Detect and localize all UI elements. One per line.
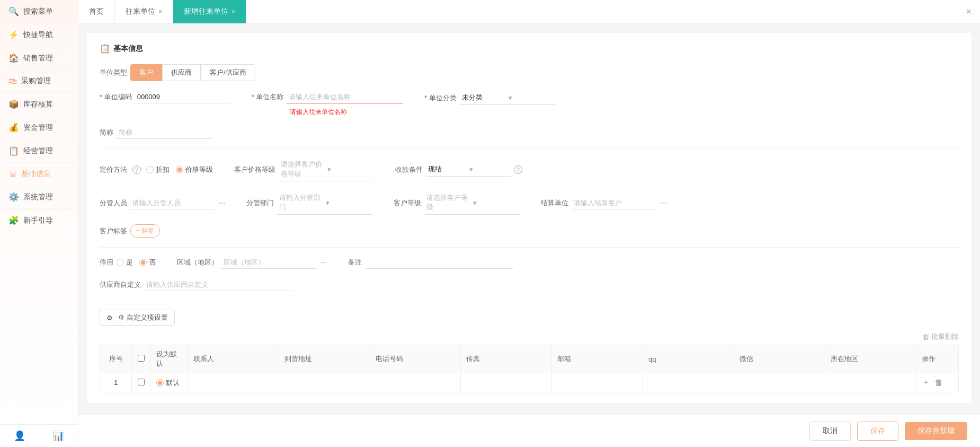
row-checkbox-cell[interactable] — [132, 373, 151, 392]
disabled-radio-yes[interactable]: 是 — [117, 258, 133, 267]
customer-price-level-label: 客户价格等级 — [234, 165, 275, 174]
section-title: 📋 基本信息 — [100, 43, 959, 54]
sidebar-item-operations[interactable]: 📋 经营管理 — [0, 139, 78, 163]
save-new-button[interactable]: 保存并新增 — [905, 422, 967, 440]
sidebar-footer-left[interactable]: 👤 — [0, 425, 39, 447]
pricing-radio-discount[interactable]: 折扣 — [146, 165, 170, 174]
row-email[interactable] — [552, 373, 643, 392]
settlement-more-icon[interactable]: ··· — [660, 198, 666, 208]
pricing-radio-pricelevel[interactable]: 价格等级 — [176, 165, 213, 174]
disabled-field: 停用 是 否 — [100, 258, 156, 267]
fax-input[interactable] — [466, 376, 546, 389]
tag-row: 客户标签 + 标签 — [100, 224, 959, 238]
col-qq: qq — [643, 345, 734, 373]
email-input[interactable] — [557, 376, 637, 389]
bottom-bar: 取消 保存 保存并新增 — [78, 415, 980, 447]
tag-label: 客户标签 — [100, 226, 127, 236]
sidebar-item-basic[interactable]: 🖥 基础信息 — [0, 163, 78, 186]
save-button[interactable]: 保存 — [857, 422, 898, 441]
remark-input[interactable] — [365, 256, 513, 269]
short-name-input[interactable] — [117, 126, 212, 139]
customer-level-field: 客户等级 请选择客户等级 ▾ — [394, 191, 520, 215]
qq-input[interactable] — [648, 376, 728, 389]
unit-name-input[interactable] — [287, 91, 403, 103]
tab-new-partner[interactable]: 新增往来单位 × — [173, 0, 246, 23]
short-name-field: 简称 — [100, 126, 212, 139]
sidebar-item-purchase[interactable]: 🛍 采购管理 — [0, 70, 78, 93]
unit-type-both[interactable]: 客户/供应商 — [201, 64, 255, 81]
custom-settings-button[interactable]: ⚙ ⚙ 自定义项设置 — [100, 310, 175, 326]
tab-partners-close[interactable]: × — [158, 8, 162, 15]
contact-input[interactable] — [193, 376, 273, 389]
disabled-radio-no[interactable]: 否 — [139, 258, 156, 267]
chevron-down-icon: ▾ — [509, 94, 553, 102]
row-checkbox[interactable] — [138, 379, 145, 385]
col-checkbox[interactable] — [132, 345, 151, 373]
sidebar-item-inventory[interactable]: 📦 库存核算 — [0, 93, 78, 116]
region-field: 区域（地区） ··· — [177, 256, 327, 269]
unit-type-supplier[interactable]: 供应商 — [162, 64, 201, 81]
row-region[interactable] — [825, 373, 916, 392]
guide-icon: 🧩 — [8, 215, 19, 225]
row-delete-button[interactable]: 🗑 — [934, 377, 943, 388]
tab-new-partner-close[interactable]: × — [231, 8, 235, 15]
settlement-unit-input[interactable] — [572, 197, 656, 209]
col-fax: 传真 — [461, 345, 552, 373]
sidebar-item-guide[interactable]: 🧩 新手引导 — [0, 209, 78, 232]
supplier-custom-input[interactable] — [144, 278, 292, 291]
department-select[interactable]: 请输入分管部门 ▾ — [277, 191, 372, 215]
row-wechat[interactable] — [734, 373, 825, 392]
row-phone[interactable] — [370, 373, 461, 392]
basic-info-card: 📋 基本信息 单位类型 客户 供应商 客户/供应商 单位编码 — [87, 33, 972, 403]
global-close-button[interactable]: × — [957, 6, 980, 17]
unit-category-select[interactable]: 未分类 ▾ — [460, 91, 555, 105]
manager-field: 分管人员 ··· — [100, 197, 225, 209]
manager-more-icon[interactable]: ··· — [218, 198, 225, 208]
sidebar-item-sales[interactable]: 🏠 销售管理 — [0, 47, 78, 70]
unit-type-customer[interactable]: 客户 — [130, 64, 162, 81]
department-label: 分管部门 — [246, 198, 274, 208]
supplier-custom-row: 供应商自定义 — [100, 278, 959, 291]
pricing-row: 定价方法 ? 折扣 价格等级 客户价格等级 — [100, 157, 959, 181]
sidebar-footer-right[interactable]: 📊 — [39, 425, 78, 447]
finance-icon: 💰 — [8, 122, 19, 133]
row-fax[interactable] — [461, 373, 552, 392]
region-label: 区域（地区） — [177, 258, 218, 267]
sidebar-item-search[interactable]: 🔍 搜索菜单 — [0, 0, 78, 23]
phone-input[interactable] — [376, 376, 456, 389]
add-tag-button[interactable]: + 标签 — [130, 224, 160, 238]
row-contact[interactable] — [188, 373, 279, 392]
batch-delete-btn[interactable]: 🗑 批量删除 — [100, 332, 959, 341]
no-radio-circle — [139, 259, 147, 266]
cancel-button[interactable]: 取消 — [809, 422, 851, 441]
sidebar-item-finance[interactable]: 💰 资金管理 — [0, 116, 78, 139]
sidebar-item-quicknav[interactable]: ⚡ 快捷导航 — [0, 23, 78, 47]
batch-delete-icon: 🗑 — [922, 333, 929, 341]
payment-help-icon[interactable]: ? — [514, 165, 522, 174]
pricing-help-icon[interactable]: ? — [132, 165, 141, 174]
row-address[interactable] — [279, 373, 370, 392]
region-more-icon[interactable]: ··· — [320, 258, 327, 267]
payment-terms-select[interactable]: 现结 ▾ — [426, 162, 511, 177]
row-default-radio[interactable]: 默认 — [156, 378, 182, 388]
code-name-category-row: 单位编码 单位名称 请输入往来单位名称 单位分类 未分类 — [100, 91, 959, 117]
operations-icon: 📋 — [8, 146, 19, 156]
unit-type-field: 单位类型 客户 供应商 客户/供应商 — [100, 64, 255, 81]
tab-home[interactable]: 首页 — [78, 0, 115, 23]
disabled-region-row: 停用 是 否 区域（地区） ··· — [100, 256, 959, 269]
manager-input[interactable] — [130, 197, 215, 209]
row-qq[interactable] — [643, 373, 734, 392]
region-input[interactable] — [221, 256, 317, 269]
table-region-input[interactable] — [831, 376, 911, 389]
sidebar-item-system[interactable]: ⚙️ 系统管理 — [0, 186, 78, 209]
settlement-unit-field: 结算单位 ··· — [541, 197, 666, 209]
basic-icon: 🖥 — [8, 169, 17, 179]
tab-partners[interactable]: 往来单位 × — [115, 0, 173, 23]
unit-code-input[interactable] — [135, 91, 230, 103]
wechat-input[interactable] — [740, 376, 819, 389]
customer-price-level-select[interactable]: 请选择客户价格等级 ▾ — [279, 157, 374, 181]
select-all-checkbox[interactable] — [138, 355, 145, 362]
customer-level-select[interactable]: 请选择客户等级 ▾ — [424, 191, 520, 215]
row-add-button[interactable]: ＋ — [922, 377, 930, 388]
address-input[interactable] — [284, 376, 364, 389]
